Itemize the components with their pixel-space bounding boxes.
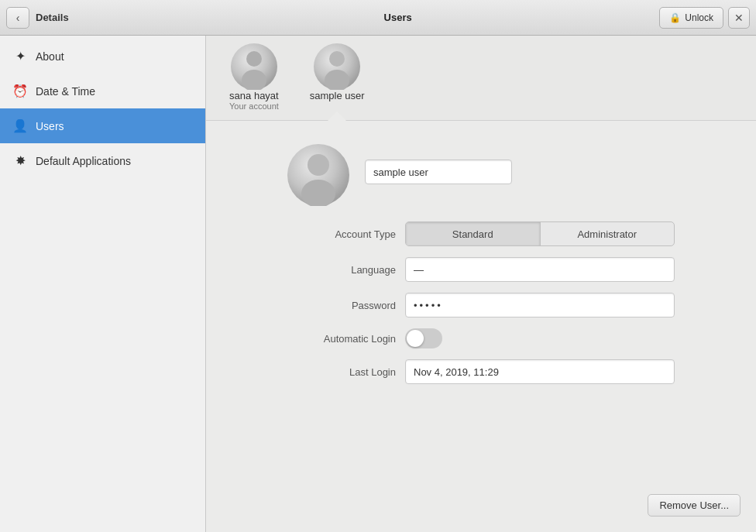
user-card-sana[interactable]: sana hayat Your account xyxy=(229,43,279,120)
details-label: Details xyxy=(36,12,136,23)
language-row: Language xyxy=(287,257,675,282)
back-button[interactable]: ‹ xyxy=(6,7,29,29)
user-card-sample[interactable]: sample user xyxy=(310,43,365,120)
window-title: Users xyxy=(136,12,659,23)
back-icon: ‹ xyxy=(16,12,20,24)
account-type-administrator[interactable]: Administrator xyxy=(541,222,675,245)
user-name-sample: sample user xyxy=(310,90,365,101)
account-type-label: Account Type xyxy=(287,228,396,240)
lock-icon xyxy=(669,12,681,23)
account-type-toggle: Standard Administrator xyxy=(405,221,675,246)
last-login-label: Last Login xyxy=(287,366,396,378)
language-label: Language xyxy=(287,264,396,276)
about-icon: ✦ xyxy=(12,49,28,63)
remove-user-button[interactable]: Remove User... xyxy=(648,494,741,517)
username-input[interactable] xyxy=(365,160,512,184)
content-area: sana hayat Your account xyxy=(206,36,756,532)
svg-point-5 xyxy=(329,51,345,67)
last-login-row: Last Login xyxy=(287,359,675,384)
svg-point-8 xyxy=(308,154,329,176)
form-section: Account Type Standard Administrator Lang… xyxy=(287,221,675,395)
password-row: Password xyxy=(287,293,675,317)
password-input[interactable] xyxy=(405,293,675,317)
detail-avatar[interactable] xyxy=(287,144,349,206)
last-login-input xyxy=(405,359,675,384)
detail-username-field xyxy=(365,160,675,184)
titlebar: ‹ Details Users Unlock ✕ xyxy=(0,0,756,36)
users-topbar: sana hayat Your account xyxy=(206,36,756,121)
datetime-icon: ⏰ xyxy=(12,84,28,98)
sidebar-item-datetime[interactable]: ⏰ Date & Time xyxy=(0,74,205,108)
detail-area: Account Type Standard Administrator Lang… xyxy=(206,121,756,532)
main-container: ✦ About ⏰ Date & Time 👤 Users ✸ Default … xyxy=(0,36,756,532)
avatar-sample xyxy=(314,43,360,90)
auto-login-label: Automatic Login xyxy=(287,333,396,345)
sidebar-item-default-applications[interactable]: ✸ Default Applications xyxy=(0,143,205,178)
language-input[interactable] xyxy=(405,257,675,282)
sidebar-item-users[interactable]: 👤 Users xyxy=(0,108,205,143)
detail-avatar-row xyxy=(287,144,675,206)
close-button[interactable]: ✕ xyxy=(728,7,750,29)
auto-login-row: Automatic Login xyxy=(287,328,675,348)
detail-main: Account Type Standard Administrator Lang… xyxy=(287,144,675,395)
auto-login-toggle[interactable] xyxy=(405,328,442,348)
account-type-row: Account Type Standard Administrator xyxy=(287,221,675,246)
unlock-button[interactable]: Unlock xyxy=(659,7,723,29)
users-icon: 👤 xyxy=(12,118,28,133)
default-apps-icon: ✸ xyxy=(12,153,28,168)
sidebar-item-about[interactable]: ✦ About xyxy=(0,39,205,74)
titlebar-actions: Unlock ✕ xyxy=(659,7,750,29)
sidebar-label-users: Users xyxy=(36,120,64,132)
user-name-sana: sana hayat xyxy=(229,90,279,101)
sidebar-label-about: About xyxy=(36,50,64,63)
unlock-label: Unlock xyxy=(685,12,713,23)
user-subtitle-sana: Your account xyxy=(229,101,279,111)
sidebar-label-datetime: Date & Time xyxy=(36,85,95,98)
svg-point-3 xyxy=(246,51,262,67)
sidebar-label-default-apps: Default Applications xyxy=(36,155,131,167)
sidebar: ✦ About ⏰ Date & Time 👤 Users ✸ Default … xyxy=(0,36,206,532)
password-label: Password xyxy=(287,300,396,311)
close-icon: ✕ xyxy=(734,12,744,24)
avatar-sana xyxy=(231,43,277,90)
account-type-standard[interactable]: Standard xyxy=(406,222,541,245)
